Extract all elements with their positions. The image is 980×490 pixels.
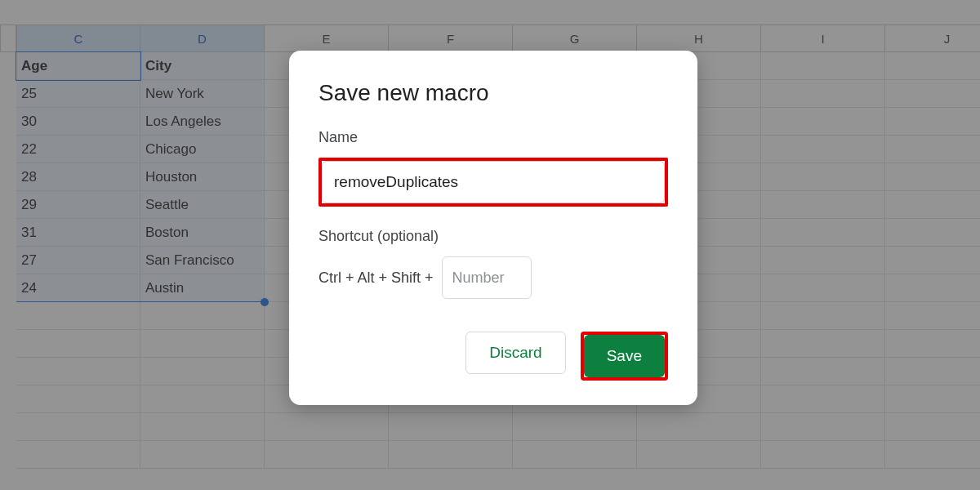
save-button-highlight: Save xyxy=(581,332,668,381)
name-label: Name xyxy=(318,129,668,146)
shortcut-prefix-text: Ctrl + Alt + Shift + xyxy=(318,270,434,287)
save-macro-dialog: Save new macro Name Shortcut (optional) … xyxy=(289,51,697,405)
name-input-highlight xyxy=(318,158,668,207)
dialog-button-row: Discard Save xyxy=(318,332,668,381)
save-button[interactable]: Save xyxy=(584,335,665,377)
dialog-title: Save new macro xyxy=(318,80,668,106)
shortcut-number-input[interactable] xyxy=(442,256,532,299)
macro-name-input[interactable] xyxy=(322,161,665,203)
shortcut-row: Ctrl + Alt + Shift + xyxy=(318,256,668,299)
shortcut-label: Shortcut (optional) xyxy=(318,228,668,245)
discard-button[interactable]: Discard xyxy=(466,332,565,374)
